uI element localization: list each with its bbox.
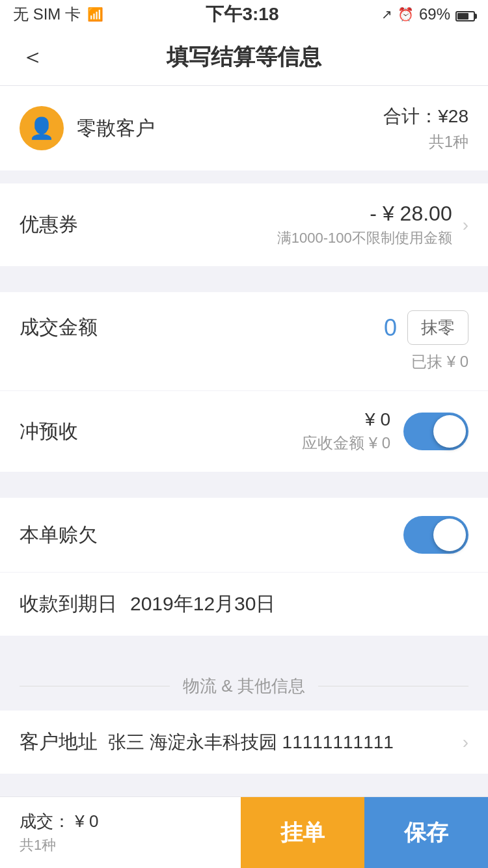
bottom-bar: 成交： ¥ 0 共1种 挂单 保存 xyxy=(0,796,488,868)
debt-toggle[interactable] xyxy=(403,516,468,554)
status-right: ↗ ⏰ 69% xyxy=(381,5,475,23)
deal-prepay-section: 成交金额 0 抹零 已抹 ¥ 0 冲预收 ¥ 0 应收金额 ¥ 0 xyxy=(0,292,488,472)
customer-summary: 合计：¥28 共1种 xyxy=(383,104,468,152)
address-section: 客户地址 张三 海淀永丰科技园 11111111111 › xyxy=(0,711,488,774)
status-time: 下午3:18 xyxy=(206,2,278,27)
hold-button[interactable]: 挂单 xyxy=(241,797,364,869)
logistics-divider: 物流 & 其他信息 xyxy=(0,662,488,711)
customer-name: 零散客户 xyxy=(77,115,155,142)
carrier-text: 无 SIM 卡 xyxy=(13,4,81,25)
deal-amount-label: 成交金额 xyxy=(20,314,98,341)
total-count: 共1种 xyxy=(383,131,468,152)
divider-3 xyxy=(0,485,488,498)
battery-text: 69% xyxy=(419,5,450,23)
toggle-knob xyxy=(433,415,466,448)
debt-toggle-knob xyxy=(433,519,466,551)
prepayment-row: 冲预收 ¥ 0 应收金额 ¥ 0 xyxy=(0,391,488,472)
back-button[interactable]: ＜ xyxy=(13,38,52,77)
address-chevron-icon: › xyxy=(463,732,468,753)
prepayment-sub: 应收金额 ¥ 0 xyxy=(302,433,390,454)
deal-amount-row: 成交金额 0 抹零 已抹 ¥ 0 xyxy=(0,292,488,391)
debt-section: 本单赊欠 收款到期日 2019年12月30日 xyxy=(0,498,488,636)
save-button[interactable]: 保存 xyxy=(364,797,488,869)
divider-2 xyxy=(0,279,488,292)
debt-date-row[interactable]: 收款到期日 2019年12月30日 xyxy=(0,573,488,636)
logistics-text: 物流 & 其他信息 xyxy=(183,675,305,698)
address-label: 客户地址 xyxy=(20,729,98,755)
total-amount: 合计：¥28 xyxy=(383,104,468,129)
status-bar: 无 SIM 卡 📶 下午3:18 ↗ ⏰ 69% xyxy=(0,0,488,29)
round-zero-button[interactable]: 抹零 xyxy=(407,310,468,345)
coupon-chevron-icon: › xyxy=(463,215,468,236)
status-left: 无 SIM 卡 📶 xyxy=(13,4,103,25)
deal-amount-value[interactable]: 0 xyxy=(384,314,397,342)
deal-amount-sub: 已抹 ¥ 0 xyxy=(20,351,468,372)
bottom-summary: 成交： ¥ 0 共1种 xyxy=(0,810,241,855)
debt-row: 本单赊欠 xyxy=(0,498,488,573)
coupon-section: 优惠券 - ¥ 28.00 满1000-100不限制使用金额 › xyxy=(0,183,488,266)
logistics-line-left xyxy=(20,686,170,686)
alarm-icon: ⏰ xyxy=(398,7,414,22)
debt-due-value: 2019年12月30日 xyxy=(130,591,275,617)
divider-1 xyxy=(0,170,488,183)
coupon-discount: - ¥ 28.00 xyxy=(277,202,452,226)
page-title: 填写结算等信息 xyxy=(167,42,321,72)
divider-4 xyxy=(0,649,488,662)
debt-label: 本单赊欠 xyxy=(20,522,98,549)
coupon-note: 满1000-100不限制使用金额 xyxy=(277,228,452,248)
prepayment-label: 冲预收 xyxy=(20,418,78,445)
address-value: 张三 海淀永丰科技园 11111111111 xyxy=(108,730,452,755)
avatar: 👤 xyxy=(20,106,64,150)
prepayment-value-area: ¥ 0 应收金额 ¥ 0 xyxy=(302,409,390,454)
prepayment-toggle[interactable] xyxy=(403,413,468,450)
bottom-count: 共1种 xyxy=(20,835,221,855)
customer-section: 👤 零散客户 合计：¥28 共1种 xyxy=(0,86,488,170)
bottom-deal-amount: 成交： ¥ 0 xyxy=(20,810,221,833)
coupon-label: 优惠券 xyxy=(20,211,78,238)
bottom-deal-label: 成交： xyxy=(20,811,70,831)
address-row[interactable]: 客户地址 张三 海淀永丰科技园 11111111111 › xyxy=(0,711,488,774)
location-icon: ↗ xyxy=(381,7,392,22)
prepayment-amount: ¥ 0 xyxy=(302,409,390,430)
bottom-deal-value: ¥ 0 xyxy=(75,811,98,831)
avatar-icon: 👤 xyxy=(29,116,55,141)
coupon-row[interactable]: 优惠券 - ¥ 28.00 满1000-100不限制使用金额 › xyxy=(0,183,488,266)
customer-row: 👤 零散客户 合计：¥28 共1种 xyxy=(0,86,488,170)
logistics-line-right xyxy=(318,686,468,686)
battery-icon xyxy=(455,5,475,23)
debt-due-label: 收款到期日 xyxy=(20,591,117,617)
wifi-icon: 📶 xyxy=(87,7,103,22)
nav-bar: ＜ 填写结算等信息 xyxy=(0,29,488,86)
